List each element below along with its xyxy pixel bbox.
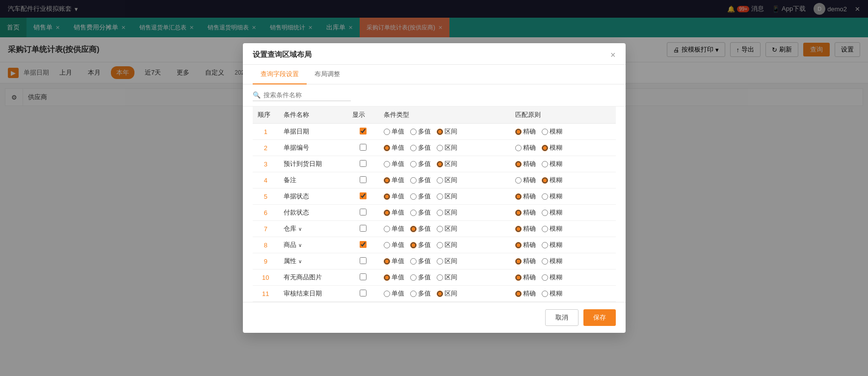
radio-match-item[interactable]: 精确 [515,192,536,201]
show-checkbox[interactable] [360,273,367,280]
radio-type-item[interactable]: 区间 [437,289,457,298]
show-checkbox[interactable] [360,225,367,232]
show-checkbox[interactable] [360,144,367,151]
radio-type-item[interactable]: 区间 [437,257,457,266]
radio-type-item[interactable]: 单值 [384,127,404,136]
cell-show[interactable] [347,172,379,188]
radio-type-item[interactable]: 单值 [384,241,404,249]
cell-match: 精确模糊 [510,205,616,221]
cell-order: 9 [253,253,279,269]
cell-type: 单值多值区间 [379,286,510,302]
show-checkbox[interactable] [360,257,367,264]
radio-match-item[interactable]: 精确 [515,127,536,136]
radio-type-item[interactable]: 单值 [384,273,404,282]
th-type: 条件类型 [379,107,510,124]
radio-type-item[interactable]: 区间 [437,241,457,249]
radio-match-item[interactable]: 模糊 [542,127,562,136]
radio-type-item[interactable]: 多值 [410,160,431,168]
table-row: 4备注单值多值区间精确模糊 [253,172,616,188]
radio-match-item[interactable]: 精确 [515,257,536,266]
search-input[interactable] [263,91,351,99]
search-icon: 🔍 [253,91,261,99]
radio-match-item[interactable]: 模糊 [542,208,562,217]
cell-show[interactable] [347,140,379,156]
radio-type-item[interactable]: 多值 [410,192,431,201]
radio-type-item[interactable]: 多值 [410,241,431,249]
radio-match-item[interactable]: 精确 [515,208,536,217]
show-checkbox[interactable] [360,290,367,296]
cell-name: 单据状态 [279,188,347,205]
radio-type-item[interactable]: 区间 [437,192,457,201]
radio-type-item[interactable]: 多值 [410,289,431,298]
radio-match-item[interactable]: 精确 [515,224,536,233]
radio-match-item[interactable]: 模糊 [542,176,562,185]
radio-match-item[interactable]: 模糊 [542,257,562,266]
radio-match-item[interactable]: 精确 [515,241,536,249]
radio-match-item[interactable]: 模糊 [542,241,562,249]
radio-type-item[interactable]: 区间 [437,127,457,136]
radio-type-item[interactable]: 单值 [384,160,404,168]
cell-show[interactable] [347,124,379,140]
cell-show[interactable] [347,269,379,286]
cell-type: 单值多值区间 [379,156,510,172]
cell-match: 精确模糊 [510,253,616,269]
cancel-button[interactable]: 取消 [545,309,579,326]
tab-query-fields[interactable]: 查询字段设置 [253,65,307,84]
radio-type-item[interactable]: 单值 [384,176,404,185]
cell-name: 商品 ∨ [279,237,347,253]
radio-type-item[interactable]: 单值 [384,224,404,233]
tab-layout[interactable]: 布局调整 [307,65,348,84]
radio-match-item[interactable]: 模糊 [542,143,562,152]
radio-match-item[interactable]: 精确 [515,176,536,185]
radio-match-item[interactable]: 模糊 [542,273,562,282]
radio-type-item[interactable]: 区间 [437,160,457,168]
radio-type-item[interactable]: 多值 [410,224,431,233]
radio-match-item[interactable]: 精确 [515,160,536,168]
cell-type: 单值多值区间 [379,269,510,286]
radio-match-item[interactable]: 模糊 [542,192,562,201]
radio-type-item[interactable]: 多值 [410,176,431,185]
cell-show[interactable] [347,156,379,172]
radio-type-item[interactable]: 单值 [384,208,404,217]
show-checkbox[interactable] [360,160,367,167]
cell-show[interactable] [347,221,379,237]
radio-type-item[interactable]: 多值 [410,257,431,266]
radio-type-item[interactable]: 多值 [410,143,431,152]
show-checkbox[interactable] [360,176,367,183]
radio-match-item[interactable]: 精确 [515,143,536,152]
show-checkbox[interactable] [360,192,367,199]
radio-type-item[interactable]: 区间 [437,273,457,282]
show-checkbox[interactable] [360,128,367,134]
radio-type-item[interactable]: 区间 [437,224,457,233]
radio-type-item[interactable]: 单值 [384,289,404,298]
cell-order: 2 [253,140,279,156]
th-show: 显示 [347,107,379,124]
radio-type-item[interactable]: 区间 [437,143,457,152]
radio-match-item[interactable]: 模糊 [542,289,562,298]
radio-type-item[interactable]: 单值 [384,192,404,201]
radio-type-item[interactable]: 区间 [437,208,457,217]
cell-show[interactable] [347,253,379,269]
show-checkbox[interactable] [360,209,367,215]
cell-show[interactable] [347,205,379,221]
radio-match-item[interactable]: 模糊 [542,224,562,233]
cell-show[interactable] [347,188,379,205]
radio-type-item[interactable]: 多值 [410,273,431,282]
radio-type-item[interactable]: 单值 [384,143,404,152]
cell-show[interactable] [347,286,379,302]
cell-name: 预计到货日期 [279,156,347,172]
radio-type-item[interactable]: 区间 [437,176,457,185]
show-checkbox[interactable] [360,241,367,248]
radio-match-item[interactable]: 精确 [515,289,536,298]
save-button[interactable]: 保存 [583,309,616,326]
cell-show[interactable] [347,237,379,253]
dialog-close-button[interactable]: × [610,51,616,59]
radio-type-item[interactable]: 单值 [384,257,404,266]
cell-match: 精确模糊 [510,269,616,286]
radio-match-item[interactable]: 模糊 [542,160,562,168]
radio-type-item[interactable]: 多值 [410,208,431,217]
cell-match: 精确模糊 [510,286,616,302]
radio-match-item[interactable]: 精确 [515,273,536,282]
radio-type-item[interactable]: 多值 [410,127,431,136]
cell-type: 单值多值区间 [379,237,510,253]
